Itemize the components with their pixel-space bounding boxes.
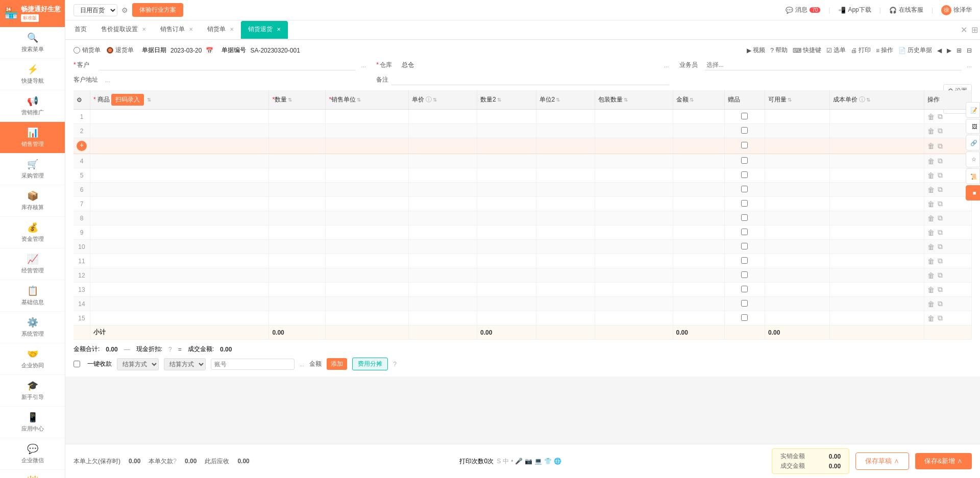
gift-checkbox[interactable] (741, 142, 748, 148)
sidebar-item-newbie[interactable]: 🎓 新手引导 (0, 375, 65, 407)
toolbar-prev[interactable]: ◀ (937, 47, 942, 54)
sidebar-item-sales[interactable]: 📊 销售管理 (0, 122, 65, 154)
col-sort-icon[interactable]: ⇅ (147, 97, 151, 103)
delete-icon[interactable]: 🗑 (927, 113, 935, 121)
notes-input[interactable] (391, 74, 669, 85)
amount-cell[interactable] (673, 110, 724, 124)
qty-cell[interactable] (269, 138, 326, 154)
pack-qty-cell[interactable] (595, 124, 673, 138)
delete-icon[interactable]: 🗑 (927, 243, 935, 251)
delete-icon[interactable]: 🗑 (927, 314, 935, 322)
copy-icon[interactable]: ⧉ (938, 299, 943, 308)
gift-cell[interactable] (724, 138, 765, 154)
delete-icon[interactable]: 🗑 (927, 157, 935, 165)
sales-unit-cell[interactable] (326, 124, 409, 138)
copy-icon[interactable]: ⧉ (938, 112, 943, 121)
sort-icon[interactable]: ⇅ (866, 97, 870, 103)
tab-close-icon[interactable]: ✕ (277, 27, 281, 32)
pack-qty-cell[interactable] (595, 110, 673, 124)
product-input[interactable] (93, 142, 265, 149)
customer-input[interactable] (99, 60, 356, 70)
sidebar-item-operation[interactable]: 📈 经营管理 (0, 248, 65, 280)
customer-picker[interactable]: ... (361, 62, 366, 69)
message-btn[interactable]: 💬 消息 70 (786, 6, 820, 14)
delete-icon[interactable]: 🗑 (927, 271, 935, 280)
tool1-icon[interactable]: S (497, 458, 501, 465)
tab-close-icon[interactable]: ✕ (189, 27, 193, 32)
sidebar-item-wechat[interactable]: 💬 企业微信 (0, 438, 65, 470)
address-picker[interactable]: ... (105, 77, 110, 84)
toolbar-print[interactable]: 🖨 打印 (851, 46, 871, 55)
cost-price-cell[interactable] (829, 110, 924, 124)
delete-icon[interactable]: 🗑 (927, 142, 935, 150)
sort-icon[interactable]: ⇅ (357, 97, 361, 103)
save-draft-btn[interactable]: 保存草稿 ∧ (855, 452, 909, 470)
cost-price-cell[interactable] (829, 124, 924, 138)
qty-cell[interactable] (269, 110, 326, 124)
add-payment-btn[interactable]: 添加 (327, 358, 347, 370)
settings-gear-icon[interactable]: ⚙ (121, 6, 128, 14)
sales-unit-cell[interactable] (326, 138, 409, 154)
gift-cell[interactable] (724, 124, 765, 138)
sort-icon[interactable]: ⇅ (288, 97, 292, 103)
save-new-btn[interactable]: 保存&新增 ∧ (915, 453, 972, 469)
online-service-btn[interactable]: 🎧 在线客服 (889, 6, 923, 14)
product-cell[interactable] (90, 110, 269, 124)
tab-close-all-icon[interactable]: ✕ (961, 25, 967, 35)
copy-icon[interactable]: ⧉ (938, 214, 943, 222)
tab-sales-delivery[interactable]: 销货单 ✕ (200, 21, 241, 39)
expense-split-btn[interactable]: 费用分摊 (352, 358, 388, 370)
sidebar-item-search[interactable]: 🔍 搜索菜单 (0, 27, 65, 59)
cost-price-cell[interactable] (829, 138, 924, 154)
toolbar-video[interactable]: ▶ 视频 (747, 46, 765, 55)
sort-icon[interactable]: ⇅ (433, 97, 437, 103)
salesperson-picker[interactable]: ... (967, 62, 972, 69)
tool8-icon[interactable]: 🌐 (554, 458, 561, 465)
unit-price-cell[interactable] (409, 124, 477, 138)
toolbar-next[interactable]: ▶ (947, 47, 951, 54)
available-cell[interactable] (765, 124, 830, 138)
tab-close-icon[interactable]: ✕ (142, 27, 146, 32)
sort-icon[interactable]: ⇅ (497, 97, 501, 103)
toolbar-view1[interactable]: ⊞ (957, 47, 962, 54)
experience-btn[interactable]: 体验行业方案 (132, 3, 183, 17)
toolbar-operation[interactable]: ≡ 操作 (876, 46, 893, 55)
toolbar-view2[interactable]: ⊟ (967, 47, 972, 54)
tab-close-icon[interactable]: ✕ (230, 27, 234, 32)
amount-cell[interactable] (673, 138, 724, 154)
product-cell[interactable] (90, 124, 269, 138)
qty2-cell[interactable] (477, 138, 536, 154)
available-cell[interactable] (765, 110, 830, 124)
tool7-icon[interactable]: 👕 (544, 458, 552, 465)
product-cell[interactable] (90, 138, 269, 154)
qty2-cell[interactable] (477, 110, 536, 124)
radio-sales-input[interactable] (74, 47, 80, 54)
rf-link-btn[interactable]: 🔗 (966, 135, 980, 150)
delete-icon[interactable]: 🗑 (927, 229, 935, 237)
rf-star-btn[interactable]: ☆ (966, 152, 980, 167)
unit2-cell[interactable] (536, 110, 595, 124)
copy-icon[interactable]: ⧉ (938, 285, 943, 294)
copy-icon[interactable]: ⧉ (938, 314, 943, 322)
delete-icon[interactable]: 🗑 (927, 127, 935, 135)
copy-icon[interactable]: ⧉ (938, 171, 943, 180)
unit2-cell[interactable] (536, 124, 595, 138)
copy-icon[interactable]: ⧉ (938, 185, 943, 194)
sidebar-item-marketing[interactable]: 📢 营销推广 (0, 90, 65, 122)
industry-select[interactable]: 日用百货 (74, 4, 117, 16)
gift-checkbox[interactable] (741, 127, 748, 134)
date-picker-icon[interactable]: 📅 (206, 47, 213, 54)
copy-icon[interactable]: ⧉ (938, 142, 943, 150)
delete-icon[interactable]: 🗑 (927, 257, 935, 265)
account-input[interactable] (211, 359, 295, 370)
app-download-btn[interactable]: 📲 App下载 (838, 6, 871, 14)
copy-icon[interactable]: ⧉ (938, 257, 943, 265)
amount-cell[interactable] (673, 124, 724, 138)
copy-icon[interactable]: ⧉ (938, 228, 943, 237)
gift-checkbox[interactable] (741, 113, 748, 119)
sort-icon[interactable]: ⇅ (624, 97, 628, 103)
sales-unit-cell[interactable] (326, 110, 409, 124)
qty-cell[interactable] (269, 124, 326, 138)
delete-icon[interactable]: 🗑 (927, 286, 935, 294)
sidebar-item-enterprise[interactable]: 🤝 企业协同 (0, 343, 65, 375)
